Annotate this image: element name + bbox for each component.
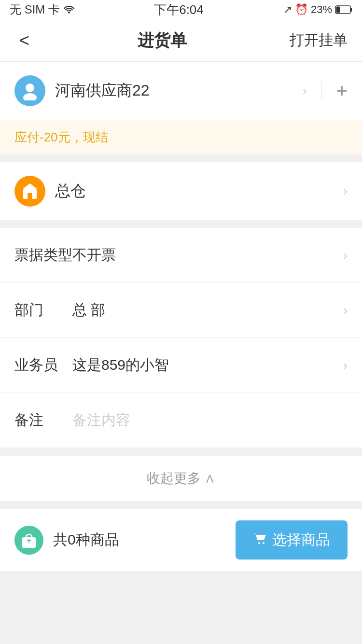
back-button[interactable]: < xyxy=(14,26,34,56)
supplier-name: 河南供应商22 xyxy=(55,80,302,101)
svg-rect-1 xyxy=(350,8,352,12)
carrier-label: 无 SIM 卡 xyxy=(10,2,60,17)
wifi-icon xyxy=(64,3,74,16)
product-bag-icon xyxy=(20,532,38,549)
nav-bar: < 进货单 打开挂单 xyxy=(0,19,362,62)
remark-row[interactable]: 备注 备注内容 xyxy=(0,393,362,448)
supplier-avatar xyxy=(14,75,45,106)
salesperson-row[interactable]: 业务员 这是859的小智 › xyxy=(0,338,362,393)
status-right: ↗ ⏰ 23% xyxy=(283,3,352,16)
add-supplier-button[interactable]: + xyxy=(336,80,348,102)
supplier-row[interactable]: 河南供应商22 › + xyxy=(0,62,362,120)
notice-banner: 应付-20元，现结 xyxy=(0,120,362,154)
select-product-button[interactable]: 选择商品 xyxy=(236,520,348,560)
salesperson-label: 业务员 xyxy=(14,355,72,375)
invoice-chevron-icon: › xyxy=(343,248,348,263)
supplier-section: 河南供应商22 › + 应付-20元，现结 xyxy=(0,62,362,154)
department-value: 总 部 xyxy=(72,300,343,320)
invoice-type-row[interactable]: 票据类型 不开票 › xyxy=(0,228,362,283)
gray-area xyxy=(0,571,362,644)
svg-rect-7 xyxy=(28,193,32,199)
page-title: 进货单 xyxy=(138,29,187,52)
product-icon-wrap xyxy=(14,526,43,555)
invoice-type-label: 票据类型 xyxy=(14,245,72,265)
warehouse-icon xyxy=(21,182,39,200)
content-area: 河南供应商22 › + 应付-20元，现结 总仓 › 票据类型 不开票 › 部门… xyxy=(0,62,362,644)
svg-point-4 xyxy=(23,93,37,100)
svg-rect-2 xyxy=(336,7,340,13)
department-row[interactable]: 部门 总 部 › xyxy=(0,283,362,338)
battery-icon xyxy=(335,5,352,14)
salesperson-value: 这是859的小智 xyxy=(72,355,343,375)
battery-label: 23% xyxy=(311,3,332,16)
select-product-label: 选择商品 xyxy=(272,530,330,550)
supplier-chevron-icon: › xyxy=(302,83,306,98)
invoice-type-value: 不开票 xyxy=(72,245,343,265)
svg-point-12 xyxy=(263,542,265,544)
alarm-icon: ⏰ xyxy=(295,3,308,16)
open-pending-button[interactable]: 打开挂单 xyxy=(290,30,348,50)
remark-label: 备注 xyxy=(14,410,72,430)
cart-icon xyxy=(253,532,267,548)
svg-point-11 xyxy=(258,542,260,544)
salesperson-chevron-icon: › xyxy=(343,358,348,373)
department-chevron-icon: › xyxy=(343,303,348,318)
collapse-row[interactable]: 收起更多 ∧ xyxy=(0,455,362,501)
warehouse-chevron-icon: › xyxy=(343,183,348,199)
remark-input[interactable]: 备注内容 xyxy=(72,410,348,430)
svg-point-3 xyxy=(26,84,34,92)
status-left: 无 SIM 卡 xyxy=(10,2,74,17)
status-bar: 无 SIM 卡 下午6:04 ↗ ⏰ 23% xyxy=(0,0,362,19)
location-icon: ↗ xyxy=(283,3,292,16)
status-time: 下午6:04 xyxy=(154,1,204,18)
product-bar: 共0种商品 选择商品 xyxy=(0,509,362,571)
product-count-label: 共0种商品 xyxy=(53,530,226,550)
department-label: 部门 xyxy=(14,300,72,320)
svg-marker-6 xyxy=(22,183,38,189)
warehouse-name: 总仓 xyxy=(55,181,343,202)
form-section: 票据类型 不开票 › 部门 总 部 › 业务员 这是859的小智 › 备注 备注… xyxy=(0,228,362,448)
person-icon xyxy=(20,81,40,100)
collapse-button[interactable]: 收起更多 ∧ xyxy=(147,469,216,488)
warehouse-row[interactable]: 总仓 › xyxy=(0,162,362,220)
warehouse-icon-wrap xyxy=(14,176,45,207)
vertical-divider xyxy=(321,81,322,100)
